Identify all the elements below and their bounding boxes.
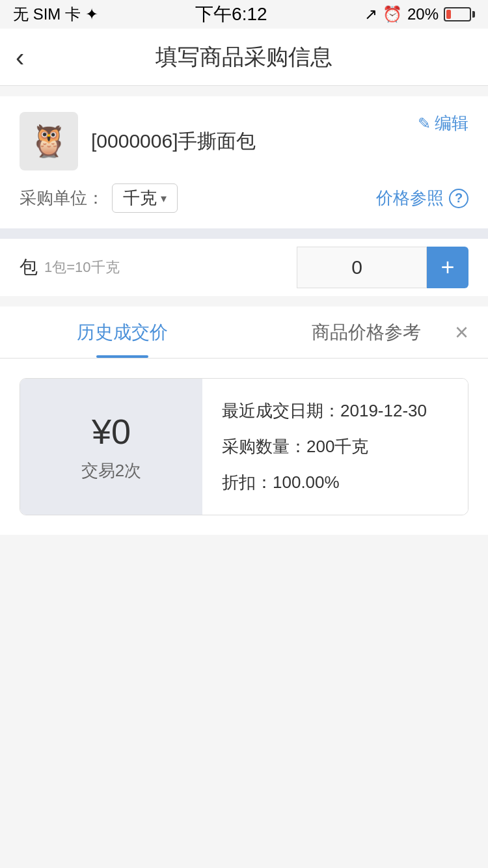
tab-product-price-ref-label: 商品价格参考	[312, 320, 421, 345]
price-value: 0	[111, 412, 131, 451]
divider	[0, 228, 488, 239]
price-card-left: ¥0 交易2次	[20, 379, 202, 515]
tabs-header: 历史成交价 商品价格参考 ×	[0, 306, 488, 359]
edit-label: 编辑	[435, 112, 468, 135]
unit-select[interactable]: 千克 ▾	[112, 183, 178, 213]
unit-bao: 包	[20, 255, 38, 280]
quantity-input[interactable]	[297, 247, 427, 288]
purchase-qty-value: 200千克	[306, 437, 368, 456]
last-deal-date-row: 最近成交日期：2019-12-30	[222, 398, 448, 424]
edit-icon: ✎	[418, 115, 431, 133]
status-right: ↗ ⏰ 20%	[364, 5, 475, 23]
price-ref-help-icon: ?	[449, 189, 468, 208]
unit-left: 采购单位： 千克 ▾	[20, 183, 178, 213]
bottom-area	[0, 535, 488, 868]
purchase-qty-label: 采购数量：	[222, 437, 306, 456]
product-section: 🦉 [0000006]手撕面包 ✎ 编辑 采购单位： 千克 ▾ 价格参照 ?	[0, 96, 488, 228]
last-deal-date-label: 最近成交日期：	[222, 401, 340, 420]
status-bar: 无 SIM 卡 ✦ 下午6:12 ↗ ⏰ 20%	[0, 0, 488, 29]
status-time: 下午6:12	[195, 2, 267, 27]
product-header: 🦉 [0000006]手撕面包 ✎ 编辑	[20, 112, 468, 170]
price-ref-label: 价格参照	[376, 187, 444, 210]
last-deal-date-value: 2019-12-30	[340, 401, 427, 420]
price-ref-button[interactable]: 价格参照 ?	[376, 187, 468, 210]
unit-value: 千克	[123, 187, 157, 210]
sim-status: 无 SIM 卡 ✦	[13, 4, 98, 25]
quantity-section: 包 1包=10千克 +	[0, 239, 488, 296]
unit-row: 采购单位： 千克 ▾ 价格参照 ?	[20, 183, 468, 213]
tab-product-price-ref[interactable]: 商品价格参考	[244, 306, 488, 358]
discount-row: 折扣：100.00%	[222, 470, 448, 495]
price-card-right: 最近成交日期：2019-12-30 采购数量：200千克 折扣：100.00%	[202, 379, 468, 515]
price-symbol: ¥	[92, 412, 111, 451]
tabs-section: 历史成交价 商品价格参考 × ¥0 交易2次 最近成交日期：2019-12-30…	[0, 306, 488, 535]
card-content: ¥0 交易2次 最近成交日期：2019-12-30 采购数量：200千克 折扣：…	[0, 359, 488, 535]
unit-label: 采购单位：	[20, 187, 104, 210]
tab-history-price-label: 历史成交价	[77, 320, 168, 345]
quantity-plus-button[interactable]: +	[427, 247, 468, 288]
nav-bar: ‹ 填写商品采购信息	[0, 29, 488, 86]
edit-button[interactable]: ✎ 编辑	[418, 112, 468, 135]
product-logo: 🦉	[29, 123, 68, 159]
unit-conversion: 1包=10千克	[44, 258, 120, 277]
back-button[interactable]: ‹	[16, 44, 24, 70]
purchase-qty-row: 采购数量：200千克	[222, 434, 448, 459]
tab-active-underline	[96, 355, 148, 358]
status-left: 无 SIM 卡 ✦	[13, 4, 98, 25]
product-info-left: 🦉 [0000006]手撕面包	[20, 112, 256, 170]
discount-label: 折扣：	[222, 472, 273, 492]
price-main: ¥0	[92, 411, 131, 452]
trade-count: 交易2次	[81, 459, 141, 482]
battery-icon	[444, 7, 475, 21]
price-card: ¥0 交易2次 最近成交日期：2019-12-30 采购数量：200千克 折扣：…	[20, 378, 468, 515]
dropdown-arrow-icon: ▾	[161, 191, 167, 206]
quantity-label: 包 1包=10千克	[20, 255, 120, 280]
product-name: [0000006]手撕面包	[91, 128, 256, 155]
tab-history-price[interactable]: 历史成交价	[0, 306, 244, 358]
alarm-icon: ⏰	[383, 5, 402, 23]
quantity-input-group: +	[297, 247, 468, 288]
product-thumbnail: 🦉	[20, 112, 78, 170]
close-button[interactable]: ×	[455, 319, 468, 346]
page-title: 填写商品采购信息	[156, 42, 332, 72]
battery-percent: 20%	[407, 5, 439, 23]
location-icon: ↗	[364, 5, 377, 23]
discount-value: 100.00%	[273, 472, 340, 492]
